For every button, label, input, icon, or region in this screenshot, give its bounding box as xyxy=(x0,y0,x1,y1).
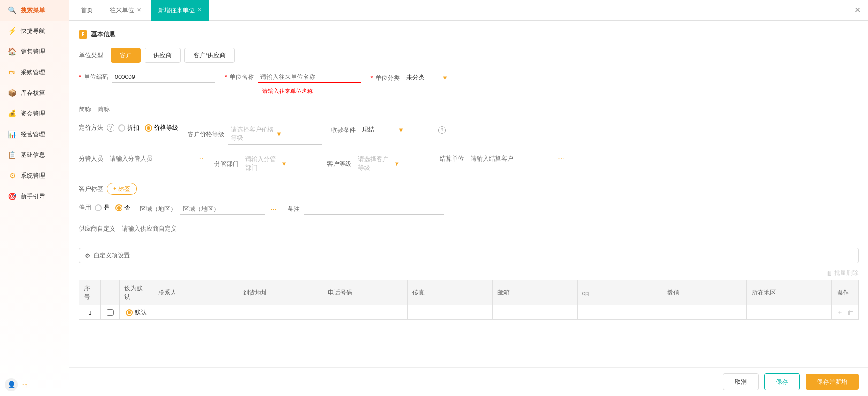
unit-type-supplier[interactable]: 供应商 xyxy=(145,48,181,63)
phone-input[interactable] xyxy=(328,309,403,316)
qq-input[interactable] xyxy=(582,309,657,316)
save-new-button[interactable]: 保存并新增 xyxy=(806,374,859,390)
disabled-no-radio[interactable]: 否 xyxy=(115,203,130,212)
tab-partner-close[interactable]: ✕ xyxy=(137,7,141,13)
col-address: 到货地址 xyxy=(238,280,323,305)
col-checkbox xyxy=(101,280,120,305)
unit-code-input[interactable] xyxy=(112,71,215,83)
cell-phone[interactable] xyxy=(323,305,408,320)
address-input[interactable] xyxy=(243,309,318,316)
quick-nav-icon: ⚡ xyxy=(8,26,17,36)
field-region: 区域（地区） ··· xyxy=(140,203,278,215)
sidebar-item-operations[interactable]: 📊 经营管理 xyxy=(0,124,69,145)
pricing-discount-radio[interactable]: 折扣 xyxy=(118,124,139,132)
contact-input[interactable] xyxy=(158,309,233,316)
sidebar: 🔍 搜索菜单 ⚡ 快捷导航 🏠 销售管理 🛍 采购管理 📦 库存核算 💰 资金管… xyxy=(0,0,69,396)
payment-terms-help-icon[interactable]: ? xyxy=(438,126,446,134)
row-actions: ＋ 🗑 xyxy=(837,308,853,317)
sidebar-item-search[interactable]: 🔍 搜索菜单 xyxy=(0,0,69,21)
field-customer-price-level: 客户价格等级 请选择客户价格等级 ▼ xyxy=(188,124,322,145)
manager-input[interactable] xyxy=(107,153,191,164)
supplier-custom-input[interactable] xyxy=(119,223,222,234)
unit-category-select[interactable]: 未分类 ▼ xyxy=(404,71,479,84)
row-default-radio[interactable] xyxy=(126,309,133,316)
form-row-4: 分管人员 ··· 分管部门 请输入分管部门 ▼ 客户等级 请选择客 xyxy=(79,153,859,174)
wechat-input[interactable] xyxy=(667,309,742,316)
unit-name-input[interactable] xyxy=(258,71,361,83)
unit-category-label: * 单位分类 xyxy=(370,74,400,82)
cell-wechat[interactable] xyxy=(662,305,747,320)
settlement-unit-input[interactable] xyxy=(468,153,552,164)
sidebar-item-quick-nav[interactable]: ⚡ 快捷导航 xyxy=(0,21,69,41)
sidebar-item-system[interactable]: ⚙ 系统管理 xyxy=(0,165,69,186)
bulk-delete-label[interactable]: 批量删除 xyxy=(834,269,859,277)
customer-price-level-select[interactable]: 请选择客户价格等级 ▼ xyxy=(228,124,322,145)
manager-more-btn[interactable]: ··· xyxy=(195,155,205,163)
form-row-5: 客户标签 + 标签 xyxy=(79,183,859,195)
sidebar-item-inventory[interactable]: 📦 库存核算 xyxy=(0,83,69,103)
cell-qq[interactable] xyxy=(577,305,662,320)
cell-email[interactable] xyxy=(493,305,578,320)
tab-new-partner[interactable]: 新增往来单位 ✕ xyxy=(151,0,209,21)
region-more-btn[interactable]: ··· xyxy=(268,205,278,213)
cell-contact[interactable] xyxy=(153,305,238,320)
unit-type-both[interactable]: 客户/供应商 xyxy=(184,48,235,63)
col-seq: 序号 xyxy=(79,280,101,305)
footer: 取消 保存 保存并新增 xyxy=(69,367,868,396)
disabled-yes-radio[interactable]: 是 xyxy=(95,203,110,212)
cell-fax[interactable] xyxy=(408,305,493,320)
custom-settings-btn[interactable]: ⚙ 自定义项设置 xyxy=(79,248,859,263)
delete-row-icon[interactable]: 🗑 xyxy=(847,309,853,316)
unit-type-customer[interactable]: 客户 xyxy=(111,48,141,63)
payment-terms-arrow: ▼ xyxy=(398,126,432,133)
tab-home[interactable]: 首页 xyxy=(73,0,100,21)
fax-input[interactable] xyxy=(412,309,487,316)
save-button[interactable]: 保存 xyxy=(764,373,800,390)
department-select[interactable]: 请输入分管部门 ▼ xyxy=(243,153,318,174)
col-fax: 传真 xyxy=(408,280,493,305)
customer-level-label: 客户等级 xyxy=(327,160,351,168)
cell-address[interactable] xyxy=(238,305,323,320)
pricing-level-radio-outer xyxy=(145,124,152,132)
form-row-1: * 单位编码 * 单位名称 请输入往来单位名称 * 单位分类 xyxy=(79,71,859,95)
unit-type-row: 单位类型 客户 供应商 客户/供应商 xyxy=(79,48,859,63)
customer-level-select[interactable]: 请选择客户等级 ▼ xyxy=(355,153,430,174)
add-tag-btn[interactable]: + 标签 xyxy=(107,183,137,195)
payment-terms-select[interactable]: 现结 ▼ xyxy=(359,124,434,136)
area-input[interactable] xyxy=(752,309,827,316)
sidebar-item-purchase[interactable]: 🛍 采购管理 xyxy=(0,62,69,83)
upgrade-icon[interactable]: ↑↑ xyxy=(22,381,28,388)
cancel-button[interactable]: 取消 xyxy=(723,373,759,390)
user-avatar[interactable]: 👤 xyxy=(5,378,18,391)
settlement-unit-more-btn[interactable]: ··· xyxy=(556,155,566,163)
field-unit-name: * 单位名称 请输入往来单位名称 xyxy=(225,71,361,95)
tab-partner[interactable]: 往来单位 ✕ xyxy=(102,0,149,21)
email-input[interactable] xyxy=(497,309,572,316)
field-supplier-custom: 供应商自定义 xyxy=(79,223,222,234)
region-input[interactable] xyxy=(180,203,265,215)
sidebar-item-finance[interactable]: 💰 资金管理 xyxy=(0,103,69,124)
sidebar-item-guide[interactable]: 🎯 新手引导 xyxy=(0,186,69,207)
remark-input[interactable] xyxy=(304,203,444,215)
col-phone: 电话号码 xyxy=(323,280,408,305)
row-checkbox[interactable] xyxy=(107,309,114,316)
pricing-level-radio-inner xyxy=(147,126,150,130)
sidebar-item-sales[interactable]: 🏠 销售管理 xyxy=(0,41,69,62)
pricing-level-radio[interactable]: 价格等级 xyxy=(145,124,178,132)
sidebar-item-basic-info[interactable]: 📋 基础信息 xyxy=(0,145,69,165)
add-row-icon[interactable]: ＋ xyxy=(837,308,843,317)
tab-new-partner-close[interactable]: ✕ xyxy=(198,7,202,13)
cell-area[interactable] xyxy=(747,305,832,320)
section-header: F 基本信息 xyxy=(79,30,859,39)
unit-name-label: * 单位名称 xyxy=(225,73,254,81)
field-short-name: 简称 xyxy=(79,104,198,115)
field-customer-level: 客户等级 请选择客户等级 ▼ xyxy=(327,153,430,174)
cell-checkbox xyxy=(101,305,120,320)
region-label: 区域（地区） xyxy=(140,205,176,213)
window-close-icon[interactable]: ✕ xyxy=(851,4,864,16)
short-name-label: 简称 xyxy=(79,105,91,114)
pricing-method-help-icon[interactable]: ? xyxy=(107,124,114,132)
pricing-method-label: 定价方法 xyxy=(79,124,103,132)
short-name-input[interactable] xyxy=(95,104,198,115)
cell-default: 默认 xyxy=(120,305,153,320)
